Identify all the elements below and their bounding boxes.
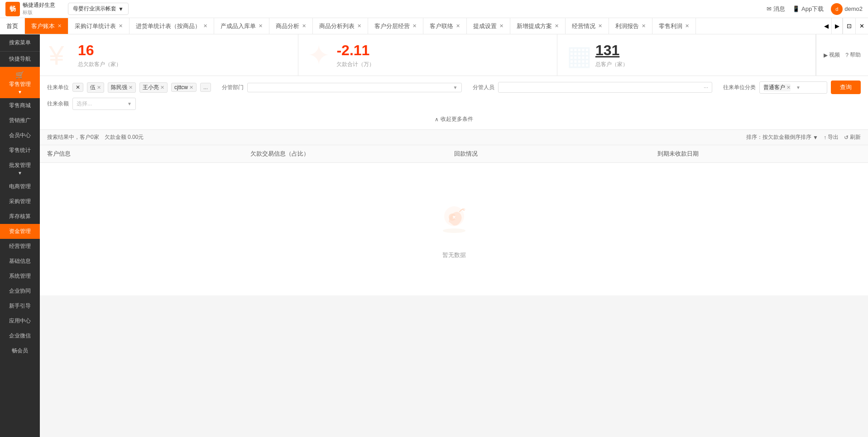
sidebar-search-menu[interactable]: 搜索菜单 [0, 34, 40, 52]
nav-close-all[interactable]: ✕ [855, 18, 868, 34]
filter-balance-select[interactable]: 选择... ▼ [72, 98, 136, 110]
tab-close[interactable]: ✕ [499, 23, 504, 29]
tab-goods-analysis[interactable]: 商品分析 ✕ [269, 18, 313, 34]
sidebar-item-finance[interactable]: 资金管理 [0, 224, 40, 239]
sidebar-item-basic[interactable]: 基础信息 [0, 254, 40, 269]
tab-close[interactable]: ✕ [456, 23, 460, 29]
nav-maximize[interactable]: ⊡ [843, 18, 855, 34]
sidebar-item-wholesale[interactable]: 批发管理 ▼ [0, 158, 40, 179]
sidebar-item-retail-stats[interactable]: 零售统计 [0, 143, 40, 158]
sidebar-quick-nav[interactable]: 快捷导航 [0, 52, 40, 67]
tab-retail-profit[interactable]: 零售利润 ✕ [652, 18, 696, 34]
tab-home[interactable]: 首页 [0, 18, 25, 34]
query-button[interactable]: 查询 [831, 81, 861, 94]
tab-customer-ledger[interactable]: 客户账本 ✕ [25, 18, 68, 34]
tab-close[interactable]: ✕ [357, 23, 361, 29]
top-bar-right: ✉ 消息 📱 App下载 d demo2 [767, 3, 863, 15]
video-btn[interactable]: ▶ 视频 [824, 51, 840, 59]
tag-close-wu[interactable]: ✕ [97, 85, 101, 90]
filter-tag-normal[interactable]: 普通客户 ✕ [763, 84, 791, 91]
sidebar-item-member[interactable]: 会员中心 [0, 128, 40, 143]
export-button[interactable]: ↑ 导出 [824, 133, 839, 141]
filter-type-select[interactable]: 普通客户 ✕ ▼ [759, 81, 827, 94]
filter-tag-cjttcw[interactable]: cjttcw ✕ [171, 83, 197, 92]
tag-close-wang[interactable]: ✕ [160, 85, 164, 90]
filter-dept-select[interactable]: ▼ [247, 83, 462, 92]
results-bar-left: 搜索结果中，客户0家 欠款金额 0.00元 [47, 133, 144, 141]
help-btn[interactable]: ? 帮助 [845, 51, 861, 59]
filter-tag-x[interactable]: ✕ [72, 83, 83, 92]
tab-close[interactable]: ✕ [685, 23, 689, 29]
tab-product-in[interactable]: 产成品入库单 ✕ [214, 18, 269, 34]
sidebar-item-inventory[interactable]: 库存核算 [0, 209, 40, 224]
collapse-btn[interactable]: ∧ 收起更多条件 [47, 114, 861, 125]
tab-profit-report[interactable]: 利润报告 ✕ [609, 18, 652, 34]
tab-goods-list[interactable]: 商品分析列表 ✕ [313, 18, 368, 34]
tab-close[interactable]: ✕ [58, 23, 62, 29]
tab-close[interactable]: ✕ [598, 23, 602, 29]
sidebar-item-retail-manage[interactable]: 🛒 零售管理 ▼ [0, 67, 40, 98]
tab-business[interactable]: 经营情况 ✕ [566, 18, 609, 34]
video-label: 视频 [829, 51, 840, 59]
sidebar-purchase-label: 采购管理 [9, 198, 31, 205]
sidebar-basic-label: 基础信息 [9, 257, 31, 265]
tab-customer-tier[interactable]: 客户分层经营 ✕ [368, 18, 423, 34]
sidebar-item-apps[interactable]: 应用中心 [0, 314, 40, 328]
sidebar-item-ecommerce[interactable]: 电商管理 [0, 179, 40, 194]
sidebar-item-purchase[interactable]: 采购管理 [0, 194, 40, 209]
tag-close-chen[interactable]: ✕ [129, 85, 133, 90]
message-btn[interactable]: ✉ 消息 [767, 5, 785, 13]
sidebar-item-retail-mall[interactable]: 零售商城 [0, 98, 40, 113]
tab-commission-add[interactable]: 新增提成方案 ✕ [510, 18, 566, 34]
nav-prev[interactable]: ◀ [821, 18, 832, 34]
stat-label-customers: 总欠款客户（家） [51, 61, 287, 68]
filter-unit-label: 往来单位 [47, 84, 69, 91]
app-download-btn[interactable]: 📱 App下载 [792, 5, 824, 13]
tab-customer-contact[interactable]: 客户联络 ✕ [423, 18, 467, 34]
filter-more-tag[interactable]: ... [200, 83, 211, 92]
tab-close[interactable]: ✕ [203, 23, 207, 29]
sidebar-item-marketing[interactable]: 营销推广 [0, 113, 40, 128]
user-area[interactable]: d demo2 [831, 3, 863, 15]
tag-close-normal[interactable]: ✕ [786, 85, 791, 90]
filter-tag-chen[interactable]: 陈民强 ✕ [108, 82, 136, 93]
tab-purchase-order[interactable]: 采购订单统计表 ✕ [68, 18, 129, 34]
chevron-down-icon-2: ▼ [18, 171, 22, 176]
empty-state: 暂无数据 [40, 163, 868, 295]
sidebar-operations-label: 经营管理 [9, 242, 31, 250]
tab-close[interactable]: ✕ [412, 23, 417, 29]
sidebar-retail-stats-label: 零售统计 [9, 147, 31, 154]
sidebar-item-wechat[interactable]: 企业微信 [0, 328, 40, 343]
tab-label: 新增提成方案 [517, 22, 552, 30]
tag-value-cjttcw: cjttcw [174, 84, 188, 90]
col-header-return: 回款情况 [454, 150, 657, 158]
sidebar-item-operations[interactable]: 经营管理 [0, 239, 40, 254]
nav-tabs: 首页 客户账本 ✕ 采购订单统计表 ✕ 进货单统计表（按商品） ✕ 产成品入库单… [0, 18, 868, 34]
logo-text-area: 畅捷通好生意 标版 [23, 2, 55, 16]
sort-button[interactable]: 排序：按欠款金额倒序排序 ▼ [746, 133, 818, 141]
filter-person-select[interactable]: ··· [498, 82, 713, 93]
tenant-selector[interactable]: 母婴行业演示帐套 ▼ [68, 3, 129, 15]
chevron-up-icon: ∧ [435, 116, 439, 123]
tab-close[interactable]: ✕ [302, 23, 306, 29]
sidebar-item-guide[interactable]: 新手引导 [0, 299, 40, 314]
help-label: 帮助 [850, 51, 861, 59]
tag-close-cjttcw[interactable]: ✕ [189, 85, 193, 90]
tab-stock-stats[interactable]: 进货单统计表（按商品） ✕ [129, 18, 214, 34]
tab-close[interactable]: ✕ [259, 23, 263, 29]
filter-tag-wang[interactable]: 王小亮 ✕ [139, 82, 168, 93]
filter-tag-wu[interactable]: 伍 ✕ [87, 82, 104, 93]
sidebar-item-cooperation[interactable]: 企业协同 [0, 284, 40, 299]
sidebar-item-system[interactable]: 系统管理 [0, 269, 40, 284]
tab-label: 进货单统计表（按商品） [136, 22, 201, 30]
tab-close[interactable]: ✕ [119, 23, 123, 29]
tab-close[interactable]: ✕ [642, 23, 646, 29]
sidebar-cooperation-label: 企业协同 [9, 287, 31, 295]
stat-value-debt: -2.11 [309, 42, 546, 59]
nav-next[interactable]: ▶ [832, 18, 843, 34]
tag-value-chen: 陈民强 [111, 84, 127, 91]
tab-commission-setting[interactable]: 提成设置 ✕ [467, 18, 510, 34]
tab-close[interactable]: ✕ [555, 23, 559, 29]
sidebar-item-member2[interactable]: 畅会员 [0, 343, 40, 358]
refresh-button[interactable]: ↺ 刷新 [844, 133, 861, 141]
